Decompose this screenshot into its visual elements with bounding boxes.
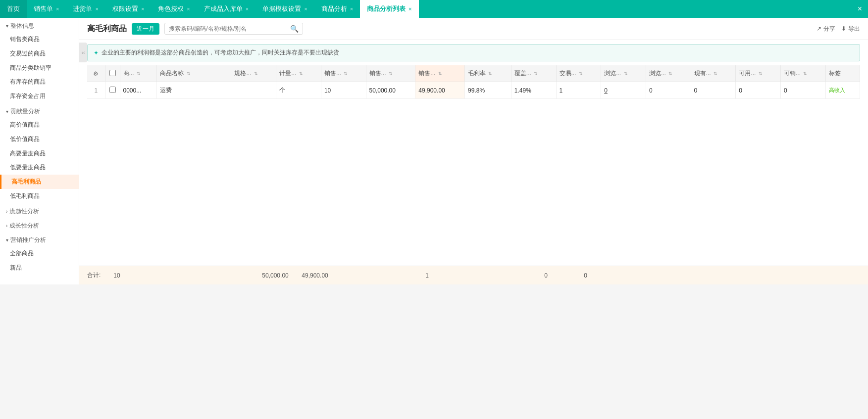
row-browse2: 0	[646, 82, 691, 99]
sidebar-item-low-margin[interactable]: 低毛利商品	[0, 189, 79, 203]
top-nav: 首页 销售单 × 进货单 × 权限设置 × 角色授权 × 产成品入库单 × 单据…	[0, 0, 868, 18]
nav-roles[interactable]: 角色授权 ×	[151, 0, 197, 18]
nav-product-analysis[interactable]: 商品分析 ×	[314, 0, 360, 18]
sort-coverage-icon: ⇅	[534, 71, 538, 76]
row-code: 0000...	[120, 82, 157, 99]
close-purchase-order[interactable]: ×	[95, 0, 98, 18]
sidebar-item-new-goods[interactable]: 新品	[0, 261, 79, 275]
sidebar-item-low-value[interactable]: 低价值商品	[0, 132, 79, 146]
sidebar-item-all-goods[interactable]: 全部商品	[0, 246, 79, 261]
col-tag[interactable]: 标签	[825, 65, 860, 82]
sidebar-group-marketing[interactable]: ▾ 营销推广分析	[0, 232, 79, 246]
close-product-analysis[interactable]: ×	[350, 0, 353, 18]
sort-spec-icon: ⇅	[254, 71, 258, 76]
col-name[interactable]: 商品名称 ⇅	[157, 65, 231, 82]
sidebar-item-high-margin[interactable]: 高毛利商品	[0, 175, 79, 189]
export-icon: ⬇	[841, 25, 846, 32]
row-checkbox[interactable]	[105, 82, 120, 99]
close-sales-order[interactable]: ×	[56, 0, 59, 18]
table-wrapper: ⚙ 商... ⇅ 商品名称 ⇅	[79, 65, 868, 266]
chevron-down-icon: ▾	[6, 23, 8, 29]
sort-code-icon: ⇅	[137, 71, 141, 76]
nav-template-settings[interactable]: 单据模板设置 ×	[255, 0, 314, 18]
table-row: 1 0000... 运费 个 10 50,000.00 49,900.00 99…	[87, 82, 860, 99]
footer-sales-profit: 49,900.00	[299, 272, 343, 279]
col-coverage[interactable]: 覆盖... ⇅	[511, 65, 556, 82]
chevron-down-icon-2: ▾	[6, 109, 8, 114]
share-icon: ↗	[817, 25, 821, 32]
sort-saleable-icon: ⇅	[803, 71, 807, 76]
nav-permissions[interactable]: 权限设置 ×	[105, 0, 151, 18]
footer-sales-qty: 10	[110, 272, 259, 279]
col-unit[interactable]: 计量... ⇅	[276, 65, 321, 82]
sidebar-item-stock-capital[interactable]: 库存资金占用	[0, 89, 79, 103]
col-browse1[interactable]: 浏览... ⇅	[601, 65, 646, 82]
share-button[interactable]: ↗ 分享	[817, 25, 835, 33]
col-sales-qty[interactable]: 销售... ⇅	[321, 65, 366, 82]
sidebar: ▾ 整体信息 销售类商品 交易过的商品 商品分类助销率 有库存的商品 库存资金占…	[0, 18, 79, 284]
col-transaction[interactable]: 交易... ⇅	[556, 65, 601, 82]
col-sales-amt[interactable]: 销售... ⇅	[366, 65, 415, 82]
sidebar-group-growth[interactable]: › 成长性分析	[0, 218, 79, 232]
search-icon[interactable]: 🔍	[290, 25, 299, 33]
search-box: 🔍	[164, 23, 303, 35]
select-all-checkbox[interactable]	[109, 70, 116, 76]
sidebar-group-contribution[interactable]: ▾ 贡献量分析	[0, 103, 79, 118]
search-input[interactable]	[169, 25, 288, 32]
nav-product-analysis-list[interactable]: 商品分析列表 ×	[360, 0, 418, 18]
chevron-right-icon-2: ›	[6, 223, 7, 229]
row-gross-margin: 99.8%	[465, 82, 511, 99]
col-available[interactable]: 可用... ⇅	[736, 65, 781, 82]
nav-purchase-order[interactable]: 进货单 ×	[66, 0, 105, 18]
header-actions: ↗ 分享 ⬇ 导出	[817, 25, 860, 33]
col-spec[interactable]: 规格... ⇅	[231, 65, 276, 82]
col-browse2[interactable]: 浏览... ⇅	[646, 65, 691, 82]
close-roles[interactable]: ×	[187, 0, 190, 18]
sidebar-item-traded-goods[interactable]: 交易过的商品	[0, 47, 79, 61]
sort-sales-profit-icon: ⇅	[438, 71, 442, 76]
row-select-checkbox[interactable]	[109, 87, 116, 93]
row-sales-profit: 49,900.00	[415, 82, 465, 99]
close-permissions[interactable]: ×	[141, 0, 144, 18]
nav-sales-order[interactable]: 销售单 ×	[27, 0, 66, 18]
time-filter-button[interactable]: 近一月	[132, 23, 159, 35]
export-button[interactable]: ⬇ 导出	[841, 25, 860, 33]
row-name: 运费	[157, 82, 231, 99]
sidebar-toggle[interactable]: ‹‹	[79, 43, 87, 62]
sidebar-group-trend[interactable]: › 流趋性分析	[0, 203, 79, 218]
col-checkbox[interactable]	[105, 65, 120, 82]
sidebar-item-sales-goods[interactable]: 销售类商品	[0, 32, 79, 47]
sidebar-item-low-demand[interactable]: 低要量度商品	[0, 160, 79, 175]
col-sales-profit[interactable]: 销售... ⇅	[415, 65, 465, 82]
page-title: 高毛利商品	[87, 24, 127, 34]
row-stock: 0	[691, 82, 736, 99]
col-settings[interactable]: ⚙	[87, 65, 105, 82]
sidebar-group-overall[interactable]: ▾ 整体信息	[0, 18, 79, 32]
close-template-settings[interactable]: ×	[304, 0, 307, 18]
sort-name-icon: ⇅	[187, 71, 191, 76]
close-all-tabs[interactable]: ×	[852, 0, 868, 18]
sidebar-item-category-rate[interactable]: 商品分类助销率	[0, 61, 79, 75]
col-stock[interactable]: 现有... ⇅	[691, 65, 736, 82]
col-gross-margin[interactable]: 毛利率 ⇅	[465, 65, 511, 82]
close-product-inbound[interactable]: ×	[246, 0, 249, 18]
content-header: 高毛利商品 近一月 🔍 ↗ 分享 ⬇ 导出	[79, 18, 868, 40]
table-header-row: ⚙ 商... ⇅ 商品名称 ⇅	[87, 65, 860, 82]
sort-available-icon: ⇅	[759, 71, 763, 76]
row-browse1[interactable]: 0	[601, 82, 646, 99]
col-saleable[interactable]: 可销... ⇅	[781, 65, 826, 82]
nav-product-inbound[interactable]: 产成品入库单 ×	[197, 0, 255, 18]
chevron-down-icon-3: ▾	[6, 237, 8, 243]
row-tag: 高收入	[825, 82, 860, 99]
nav-home[interactable]: 首页	[0, 0, 27, 18]
chevron-right-icon: ›	[6, 209, 7, 214]
close-product-analysis-list[interactable]: ×	[408, 0, 411, 18]
sidebar-item-high-value[interactable]: 高价值商品	[0, 118, 79, 132]
sort-sales-amt-icon: ⇅	[389, 71, 393, 76]
footer-label: 合计:	[87, 271, 101, 279]
row-saleable: 0	[781, 82, 826, 99]
sort-sales-qty-icon: ⇅	[344, 71, 348, 76]
sidebar-item-in-stock[interactable]: 有库存的商品	[0, 75, 79, 89]
sidebar-item-high-demand[interactable]: 高要量度商品	[0, 146, 79, 161]
col-code[interactable]: 商... ⇅	[120, 65, 157, 82]
